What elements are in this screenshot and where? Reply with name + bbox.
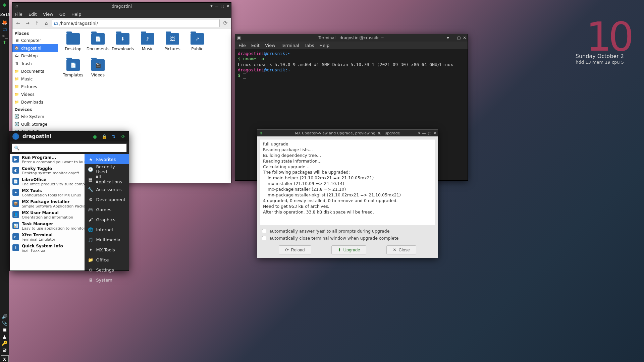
fm-titlebar[interactable]: 🗂 dragostini ▾ — ▢ ✕ [12, 3, 231, 10]
category-development[interactable]: ⚙Development [85, 194, 129, 204]
folder-documents[interactable]: 📄Documents [86, 32, 110, 58]
folder-public[interactable]: ↗Public [185, 32, 210, 58]
app-icon: ℹ [12, 244, 19, 251]
sidebar-place-trash[interactable]: 🗑Trash [12, 60, 58, 67]
whisker-menu-icon[interactable]: ◆ [1, 1, 8, 8]
window-maximize-icon[interactable]: ▢ [457, 36, 461, 40]
search-input[interactable] [21, 145, 124, 151]
updater-icon[interactable]: ⬆ [1, 39, 8, 46]
sidebar-place-documents[interactable]: 📁Documents [12, 67, 58, 75]
menu-search[interactable]: 🔍 [12, 143, 127, 152]
term-menu-view[interactable]: View [265, 43, 275, 48]
files-icon[interactable]: 🗂 [1, 26, 8, 33]
auto-yes-checkbox[interactable]: automatically answer 'yes' to all prompt… [261, 228, 434, 234]
term-menu-terminal[interactable]: Terminal [281, 43, 299, 48]
nav-back-button[interactable]: ← [14, 19, 22, 27]
fm-menu-help[interactable]: Help [71, 12, 82, 17]
battery-icon[interactable]: ▲ [1, 333, 8, 340]
category-graphics[interactable]: 🖌Graphics [85, 215, 129, 225]
fm-menu-go[interactable]: Go [59, 12, 65, 17]
folder-videos[interactable]: 🎬Videos [86, 58, 110, 84]
folder-music[interactable]: ♪Music [135, 32, 160, 58]
folder-pictures[interactable]: 🖼Pictures [160, 32, 185, 58]
sidebar-device[interactable]: 💽Quik Storage [12, 120, 58, 128]
switch-icon[interactable]: ⇅ [111, 133, 117, 139]
fm-title: dragostini [112, 4, 132, 9]
drive-icon: 💽 [14, 122, 19, 127]
category-system[interactable]: 🖥System [85, 275, 129, 285]
window-close-icon[interactable]: ✕ [463, 36, 466, 40]
fm-menu-file[interactable]: File [15, 12, 22, 17]
reload-button[interactable]: ⟳ [222, 19, 229, 27]
nav-forward-button[interactable]: → [24, 19, 31, 27]
upd-titlebar[interactable]: ⬆ MX Updater--View and Upgrade, previewi… [257, 130, 438, 136]
sidebar-place-music[interactable]: 📁Music [12, 75, 58, 83]
term-menu-file[interactable]: File [238, 43, 246, 48]
nav-home-button[interactable]: ⌂ [43, 19, 50, 27]
sidebar-place-pictures[interactable]: 📁Pictures [12, 83, 58, 90]
app-entry[interactable]: 📦MX Package InstallerSimple Software App… [10, 198, 85, 209]
category-mx-tools[interactable]: ✦MX Tools [85, 245, 129, 255]
window-stick-icon[interactable]: ▾ [418, 131, 420, 135]
category-office[interactable]: 📁Office [85, 255, 129, 265]
app-entry[interactable]: ✦MX ToolsConfiguration tools for MX Linu… [10, 187, 85, 198]
window-close-icon[interactable]: ✕ [433, 131, 436, 135]
window-minimize-icon[interactable]: — [215, 4, 219, 8]
category-recently-used[interactable]: 🕘Recently Used [85, 164, 129, 174]
app-entry[interactable]: 📘MX User ManualOrientation and informati… [10, 209, 85, 221]
nav-up-button[interactable]: ↑ [33, 19, 41, 27]
sidebar-place-dragostini[interactable]: 🏠dragostini [12, 44, 58, 52]
sidebar-place-videos[interactable]: 📁Videos [12, 90, 58, 98]
category-internet[interactable]: 🌐Internet [85, 225, 129, 235]
app-entry[interactable]: ▶Run Program...Enter a command you want … [10, 154, 85, 165]
avatar-icon[interactable]: 👤 [12, 133, 19, 140]
category-games[interactable]: 🎮Games [85, 204, 129, 215]
upgrade-button[interactable]: ⬆Upgrade [331, 245, 367, 254]
window-stick-icon[interactable]: ▾ [447, 36, 449, 40]
term-menu-help[interactable]: Help [320, 43, 330, 48]
sidebar-place-downloads[interactable]: 📁Downloads [12, 98, 58, 106]
mx-menu-button[interactable]: X [1, 355, 9, 362]
window-maximize-icon[interactable]: ▢ [428, 131, 431, 135]
lock-icon[interactable]: 🔒 [101, 133, 107, 139]
app-entry[interactable]: >_Xfce TerminalTerminal Emulator [10, 232, 85, 243]
sidebar-place-desktop[interactable]: 🗂Desktop [12, 52, 58, 60]
workspace-icon[interactable]: ▣ [1, 326, 8, 333]
reload-button[interactable]: ⟳Reload [279, 245, 311, 254]
logout-icon[interactable]: ⟳ [120, 133, 126, 139]
window-close-icon[interactable]: ✕ [226, 4, 230, 8]
term-titlebar[interactable]: ▣ Terminal - dragostini@crusnik: ~ ▾ — ▢… [235, 34, 468, 42]
fm-menu-view[interactable]: View [43, 12, 53, 17]
term-menu-tabs[interactable]: Tabs [305, 43, 314, 48]
category-settings[interactable]: ⚙Settings [85, 265, 129, 275]
terminal-icon[interactable]: >_ [1, 33, 8, 39]
firefox-icon[interactable]: 🦊 [1, 19, 8, 26]
sidebar-place-computer[interactable]: 🖥Computer [12, 37, 58, 44]
category-favorites[interactable]: ★Favorites [85, 154, 129, 164]
category-all-applications[interactable]: ▦All Applications [85, 174, 129, 184]
window-stick-icon[interactable]: ▾ [211, 4, 213, 8]
sidebar-device[interactable]: 💽File System [12, 113, 58, 120]
window-minimize-icon[interactable]: — [451, 36, 455, 40]
category-multimedia[interactable]: 🎵Multimedia [85, 235, 129, 245]
window-maximize-icon[interactable]: ▢ [221, 4, 224, 8]
folder-desktop[interactable]: Desktop [61, 32, 86, 58]
close-button[interactable]: ✕Close [386, 245, 416, 254]
category-accessories[interactable]: 🔧Accessories [85, 184, 129, 194]
auto-close-checkbox[interactable]: automatically close terminal window when… [261, 235, 434, 241]
app-entry[interactable]: ℹQuick System Infoinxi -Fxxxrza [10, 243, 85, 254]
app-entry[interactable]: 📊Task ManagerEasy to use application to … [10, 221, 85, 232]
window-minimize-icon[interactable]: — [422, 131, 426, 135]
folder-templates[interactable]: 📄Templates [61, 58, 86, 84]
volume-icon[interactable]: 🔊 [1, 313, 8, 320]
folder-downloads[interactable]: ⬇Downloads [110, 32, 135, 58]
key-icon[interactable]: 🔑 [1, 340, 8, 347]
clipboard-icon[interactable]: 📎 [1, 320, 8, 326]
power-icon[interactable]: ● [92, 133, 98, 139]
app-entry[interactable]: ◐Conky ToggleDesktop system monitor on/o… [10, 165, 85, 176]
term-menu-edit[interactable]: Edit [251, 43, 260, 48]
network-icon[interactable]: 🖳 [1, 347, 8, 353]
path-bar[interactable]: 🗂 /home/dragostini/ [52, 19, 220, 27]
app-entry[interactable]: 📄LibreOfficeThe office productivity suit… [10, 176, 85, 187]
fm-menu-edit[interactable]: Edit [29, 12, 37, 17]
